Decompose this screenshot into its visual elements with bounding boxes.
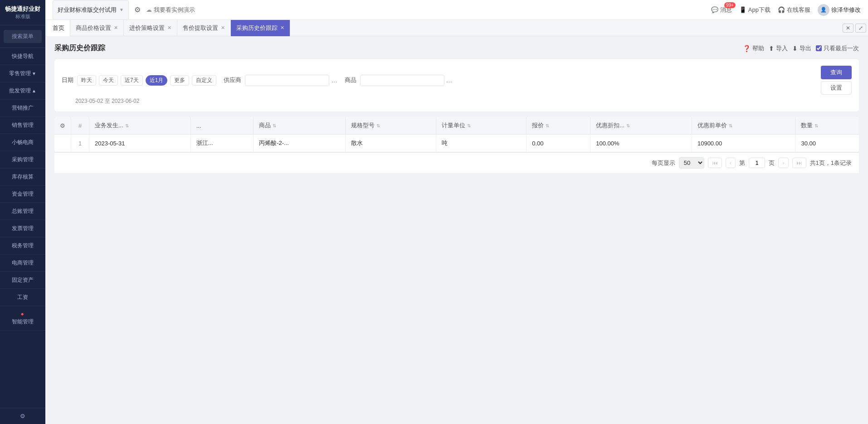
- col-header-price[interactable]: 报价⇅: [527, 117, 590, 135]
- user-info[interactable]: 👤 徐泽华修改: [818, 4, 861, 16]
- header-settings-icon[interactable]: ⚙: [134, 5, 141, 14]
- date-option-近7天[interactable]: 近7天: [121, 75, 143, 86]
- tab-close-sale-price[interactable]: ✕: [221, 25, 225, 31]
- cell-extra-0: 浙江...: [190, 135, 254, 152]
- next-page-button[interactable]: ›: [778, 158, 788, 168]
- sidebar-item-11[interactable]: 电商管理: [0, 255, 45, 272]
- demo-link[interactable]: ☁ 我要看实例演示: [146, 6, 195, 14]
- sort-icon-unit: ⇅: [467, 123, 471, 128]
- table-row[interactable]: 12023-05-31浙江...丙烯酸-2-...散水吨0.00100.00%1…: [54, 135, 859, 152]
- close-tab-button[interactable]: ✕: [843, 24, 853, 33]
- date-option-近1月[interactable]: 近1月: [146, 75, 168, 86]
- product-chevron-icon: ▼: [119, 7, 124, 12]
- sidebar-item-label-0: 零售管理: [9, 70, 31, 77]
- first-page-button[interactable]: ⏮: [708, 158, 722, 168]
- sidebar-item-13[interactable]: 工资: [0, 289, 45, 306]
- sidebar-item-label-11: 电商管理: [12, 259, 34, 267]
- tab-price[interactable]: 商品价格设置✕: [70, 20, 124, 36]
- supplier-dots[interactable]: ...: [331, 76, 337, 84]
- product-selector[interactable]: 好业财标准版交付试用 ▼: [53, 0, 129, 20]
- sidebar-item-quick-nav[interactable]: 快捷导航: [0, 48, 45, 65]
- top-header: 好业财标准版交付试用 ▼ ⚙ ☁ 我要看实例演示 💬 消息 99+ 📱 App下…: [45, 0, 868, 20]
- help-button[interactable]: ❓ 帮助: [743, 44, 764, 53]
- sidebar-item-8[interactable]: 总账管理: [0, 203, 45, 220]
- maximize-tab-button[interactable]: ⤢: [855, 24, 866, 33]
- product-filter-group: 商品 ...: [345, 75, 452, 86]
- product-input[interactable]: [360, 75, 444, 86]
- supplier-input[interactable]: [245, 75, 329, 86]
- tab-home[interactable]: 首页: [47, 20, 70, 36]
- page-input[interactable]: 1: [749, 158, 765, 168]
- sidebar-item-7[interactable]: 资金管理: [0, 186, 45, 203]
- cell-unit-0: 吨: [436, 135, 526, 152]
- import-button[interactable]: ⬆ 导入: [769, 44, 788, 53]
- col-header-spec[interactable]: 规格型号⇅: [346, 117, 436, 135]
- tab-close-price[interactable]: ✕: [114, 25, 118, 31]
- cell-price-0: 0.00: [527, 135, 590, 152]
- product-name: 好业财标准版交付试用: [58, 6, 117, 14]
- sort-wrap-product[interactable]: 商品⇅: [259, 121, 340, 130]
- date-option-自定义[interactable]: 自定义: [192, 75, 216, 86]
- tab-purchase-strategy[interactable]: 进价策略设置✕: [124, 20, 177, 36]
- only-last-checkbox[interactable]: 只看最后一次: [816, 44, 859, 53]
- cell-discount-0: 100.00%: [590, 135, 692, 152]
- sidebar-item-4[interactable]: 小畅电商: [0, 134, 45, 151]
- tab-close-purchase-strategy[interactable]: ✕: [167, 25, 171, 31]
- sort-wrap-pre_price[interactable]: 优惠前单价⇅: [697, 121, 790, 130]
- supplier-input-wrap: ...: [245, 75, 337, 86]
- sidebar-item-10[interactable]: 税务管理: [0, 237, 45, 255]
- col-header-discount[interactable]: 优惠折扣...⇅: [590, 117, 692, 135]
- gear-icon[interactable]: ⚙: [60, 122, 65, 129]
- only-last-label: 只看最后一次: [824, 44, 859, 53]
- date-option-今天[interactable]: 今天: [99, 75, 118, 86]
- last-page-button[interactable]: ⏭: [792, 158, 806, 168]
- date-option-昨天[interactable]: 昨天: [77, 75, 96, 86]
- search-menu-button[interactable]: 搜索菜单: [4, 30, 42, 43]
- only-last-input[interactable]: [816, 45, 822, 51]
- col-header-unit[interactable]: 计量单位⇅: [436, 117, 526, 135]
- page-label: 第: [739, 159, 745, 167]
- sort-wrap-price[interactable]: 报价⇅: [532, 121, 585, 130]
- col-header-gear: ⚙: [54, 117, 71, 135]
- prev-page-button[interactable]: ‹: [726, 158, 736, 168]
- filter-settings-button[interactable]: 设置: [821, 81, 852, 95]
- online-service-button[interactable]: 🎧 在线客服: [778, 6, 810, 14]
- sidebar-item-1[interactable]: 批发管理▲: [0, 82, 45, 100]
- sort-wrap-unit[interactable]: 计量单位⇅: [442, 121, 521, 130]
- help-icon: ❓: [743, 45, 751, 52]
- sidebar-item-2[interactable]: 营销推广: [0, 100, 45, 117]
- sort-wrap-discount[interactable]: 优惠折扣...⇅: [596, 121, 686, 130]
- sidebar-item-label-10: 税务管理: [12, 242, 34, 250]
- sidebar-item-6[interactable]: 库存核算: [0, 169, 45, 186]
- tab-sale-price[interactable]: 售价提取设置✕: [177, 20, 231, 36]
- sidebar-item-0[interactable]: 零售管理▼: [0, 65, 45, 82]
- date-option-更多[interactable]: 更多: [170, 75, 189, 86]
- message-button[interactable]: 💬 消息 99+: [711, 6, 732, 14]
- sidebar-item-12[interactable]: 固定资产: [0, 272, 45, 289]
- app-download-button[interactable]: 📱 App下载: [739, 6, 770, 14]
- sidebar-item-3[interactable]: 销售管理: [0, 117, 45, 134]
- product-dots[interactable]: ...: [446, 76, 452, 84]
- col-header-product[interactable]: 商品⇅: [254, 117, 346, 135]
- quick-nav-label: 快捷导航: [12, 53, 34, 60]
- sort-wrap-quantity[interactable]: 数量⇅: [801, 121, 853, 130]
- query-button[interactable]: 查询: [821, 66, 852, 79]
- col-header-date[interactable]: 业务发生...⇅: [89, 117, 191, 135]
- tab-close-purchase-history[interactable]: ✕: [280, 25, 284, 31]
- sidebar-settings-button[interactable]: ⚙: [0, 408, 45, 424]
- sidebar-item-label-5: 采购管理: [12, 156, 34, 164]
- sidebar-item-9[interactable]: 发票管理: [0, 220, 45, 237]
- sort-wrap-date[interactable]: 业务发生...⇅: [95, 121, 185, 130]
- filter-actions: 查询 设置: [821, 66, 852, 95]
- tab-purchase-history[interactable]: 采购历史价跟踪✕: [231, 20, 290, 36]
- sidebar-arrow-icon-0: ▼: [32, 71, 36, 76]
- sidebar-item-14[interactable]: ●智能管理: [0, 306, 45, 331]
- export-button[interactable]: ⬇ 导出: [792, 44, 811, 53]
- col-header-pre_price[interactable]: 优惠前单价⇅: [692, 117, 795, 135]
- per-page-select[interactable]: 102050100: [679, 157, 704, 169]
- cell-spec-0: 散水: [346, 135, 436, 152]
- col-label-date: 业务发生...: [95, 121, 123, 130]
- col-header-quantity[interactable]: 数量⇅: [795, 117, 859, 135]
- sort-wrap-spec[interactable]: 规格型号⇅: [351, 121, 430, 130]
- sidebar-item-5[interactable]: 采购管理: [0, 151, 45, 169]
